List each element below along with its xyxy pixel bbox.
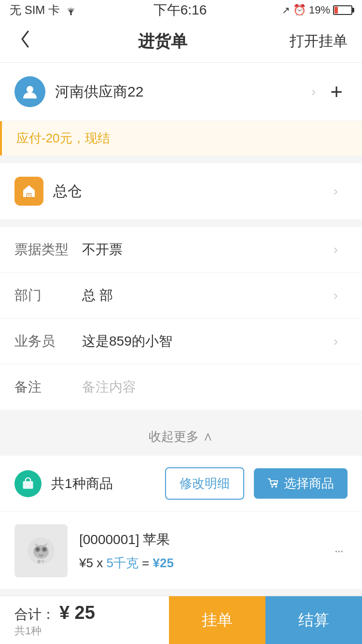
dept-value: 总 部 bbox=[82, 286, 334, 305]
product-name: [0000001] 苹果 bbox=[79, 531, 318, 549]
warehouse-row[interactable]: 总仓 › bbox=[0, 163, 362, 219]
collapse-more-button[interactable]: 收起更多 ∧ bbox=[0, 418, 362, 456]
supplier-name: 河南供应商22 bbox=[55, 82, 311, 102]
status-right: ↗ ⏰ 19% bbox=[282, 4, 352, 16]
svg-point-15 bbox=[36, 548, 40, 551]
battery-icon bbox=[333, 5, 352, 15]
warehouse-icon bbox=[14, 177, 43, 206]
warehouse-chevron-icon: › bbox=[334, 183, 338, 199]
open-pending-button[interactable]: 打开挂单 bbox=[290, 31, 348, 51]
owl-logo-icon: 督十 bbox=[27, 536, 56, 565]
supplier-avatar bbox=[14, 76, 45, 107]
remark-row[interactable]: 备注 备注内容 bbox=[0, 364, 362, 410]
edit-detail-button[interactable]: 修改明细 bbox=[165, 467, 244, 500]
warehouse-section: 总仓 › bbox=[0, 163, 362, 219]
svg-point-5 bbox=[28, 195, 30, 196]
salesman-chevron-icon: › bbox=[334, 334, 338, 349]
bottom-bar: 合计： ¥ 25 共1种 挂单 结算 bbox=[0, 596, 362, 644]
equals-sign: = bbox=[142, 556, 153, 570]
total-number: ¥ 25 bbox=[59, 602, 95, 623]
products-section: 共1种商品 修改明细 选择商品 bbox=[0, 456, 362, 589]
total-label: 合计： bbox=[14, 607, 55, 622]
dept-row[interactable]: 部门 总 部 › bbox=[0, 273, 362, 319]
bottom-total: 合计： ¥ 25 共1种 bbox=[0, 602, 169, 638]
alarm-icon: ⏰ bbox=[293, 4, 306, 16]
pending-button[interactable]: 挂单 bbox=[169, 596, 265, 644]
invoice-label: 票据类型 bbox=[14, 240, 82, 259]
total-value: ¥25 bbox=[153, 556, 174, 570]
total-amount: 合计： ¥ 25 bbox=[14, 602, 154, 624]
supplier-section: 河南供应商22 › + 应付-20元，现结 bbox=[0, 63, 362, 155]
product-item: 督十 [0000001] 苹果 ¥5 x 5千克 = ¥25 ··· bbox=[0, 513, 362, 589]
svg-point-16 bbox=[43, 548, 46, 551]
location-icon: ↗ bbox=[282, 4, 290, 16]
salesman-label: 业务员 bbox=[14, 332, 82, 350]
products-icon bbox=[14, 470, 42, 497]
product-thumbnail: 督十 bbox=[14, 524, 68, 577]
remark-label: 备注 bbox=[14, 378, 82, 396]
remark-input[interactable]: 备注内容 bbox=[82, 378, 348, 396]
carrier-text: 无 SIM 卡 bbox=[10, 2, 60, 18]
svg-text:督十: 督十 bbox=[37, 560, 45, 564]
svg-rect-6 bbox=[23, 481, 33, 489]
salesman-row[interactable]: 业务员 这是859的小智 › bbox=[0, 319, 362, 364]
collapse-more-label: 收起更多 ∧ bbox=[149, 428, 213, 445]
invoice-row[interactable]: 票据类型 不开票 › bbox=[0, 227, 362, 273]
form-section: 票据类型 不开票 › 部门 总 部 › 业务员 这是859的小智 › 备注 备注… bbox=[0, 227, 362, 410]
invoice-value: 不开票 bbox=[82, 240, 334, 259]
cart-icon bbox=[267, 477, 280, 490]
product-title: 苹果 bbox=[143, 532, 170, 547]
svg-point-12 bbox=[33, 545, 49, 559]
nav-bar: 进货单 打开挂单 bbox=[0, 20, 362, 63]
add-supplier-button[interactable]: + bbox=[325, 81, 348, 102]
back-button[interactable] bbox=[14, 25, 36, 58]
supplier-alert: 应付-20元，现结 bbox=[0, 121, 362, 155]
quantity-value: 5千克 bbox=[106, 556, 138, 570]
total-count: 共1种 bbox=[14, 624, 154, 638]
checkout-button[interactable]: 结算 bbox=[265, 596, 362, 644]
select-product-label: 选择商品 bbox=[284, 475, 334, 492]
status-time: 下午6:16 bbox=[153, 1, 207, 19]
status-bar: 无 SIM 卡 下午6:16 ↗ ⏰ 19% bbox=[0, 0, 362, 20]
dept-chevron-icon: › bbox=[334, 288, 338, 303]
svg-point-8 bbox=[275, 486, 277, 488]
supplier-chevron-icon: › bbox=[311, 84, 316, 99]
product-info: [0000001] 苹果 ¥5 x 5千克 = ¥25 bbox=[79, 531, 318, 572]
svg-point-7 bbox=[271, 486, 273, 488]
product-more-button[interactable]: ··· bbox=[330, 538, 348, 563]
svg-point-0 bbox=[70, 14, 72, 15]
page-title: 进货单 bbox=[138, 30, 187, 53]
salesman-value: 这是859的小智 bbox=[82, 332, 334, 350]
select-product-button[interactable]: 选择商品 bbox=[254, 468, 348, 499]
products-header: 共1种商品 修改明细 选择商品 bbox=[0, 456, 362, 512]
dept-label: 部门 bbox=[14, 286, 82, 305]
wifi-icon bbox=[64, 5, 78, 15]
price-value: ¥5 x bbox=[79, 556, 106, 570]
product-code: [0000001] bbox=[79, 532, 143, 547]
invoice-chevron-icon: › bbox=[334, 242, 338, 257]
product-price: ¥5 x 5千克 = ¥25 bbox=[79, 555, 318, 572]
products-count: 共1种商品 bbox=[51, 475, 155, 493]
svg-point-1 bbox=[27, 86, 33, 93]
supplier-row[interactable]: 河南供应商22 › + bbox=[0, 63, 362, 121]
battery-text: 19% bbox=[309, 4, 330, 16]
warehouse-name: 总仓 bbox=[53, 182, 334, 201]
status-carrier: 无 SIM 卡 bbox=[10, 2, 78, 18]
